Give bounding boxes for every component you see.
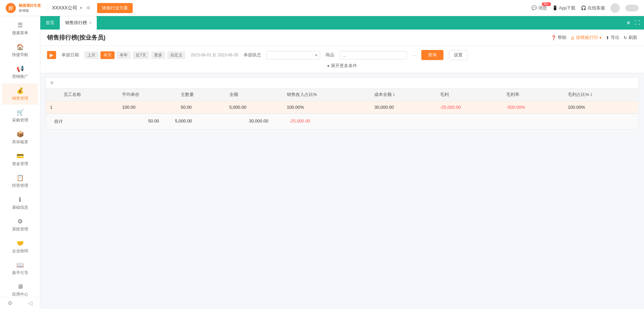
sidebar-item-inventory[interactable]: 📦 库存核算 <box>2 127 38 148</box>
tab-sales-ranking[interactable]: 销售排行榜 × <box>60 16 97 30</box>
divider <box>48 5 48 11</box>
company-name: XXXXX公司 <box>52 5 77 11</box>
cell-qty: 50.00 <box>177 101 225 113</box>
expand-more-filters-button[interactable]: ▾ 展开更多条件 <box>47 63 637 69</box>
footer-label: 合计 <box>50 117 117 126</box>
date-btn-last-month[interactable]: 上月 <box>84 51 98 59</box>
template-print-label: 按模板打印 <box>576 35 598 41</box>
sales-ranking-tab-label: 销售排行榜 <box>65 20 87 26</box>
cell-total: 5,000.00 <box>225 101 283 113</box>
date-btn-custom[interactable]: 自定义 <box>167 51 185 59</box>
sidebar-item-search-label: 搜索菜单 <box>12 30 28 36</box>
cell-sales-pct: 100.00% <box>283 101 371 113</box>
sidebar-settings-icon[interactable]: ⚙ <box>8 300 12 306</box>
filter-area: ▶ 单据日期 上月 本月 本年 近7天 更多 自定义 2023-06-01 至 … <box>40 46 644 73</box>
query-button[interactable]: 查询 <box>421 50 443 60</box>
tab-close-window-icon[interactable]: ✕ <box>626 20 631 26</box>
message-icon: 💬 <box>531 5 537 10</box>
top-bar-right: 💬 消息 99+ 📱 App下载 🎧 在线客服 <box>531 3 639 13</box>
filter-expand-arrow[interactable]: ▶ <box>47 51 56 59</box>
footer-sales-pct <box>205 117 245 126</box>
page-header: 销售排行榜(按业务员) ❓ 帮助 🖨 按模板打印 ▾ ⬆ 导出 <box>40 30 644 46</box>
help-button[interactable]: ❓ 帮助 <box>551 35 566 41</box>
help-icon: ❓ <box>551 35 556 40</box>
sidebar-item-operations[interactable]: 📋 经营管理 <box>2 171 38 192</box>
export-icon: ⬆ <box>606 35 609 40</box>
status-select[interactable] <box>266 51 320 59</box>
cell-cost: 30,000.00 <box>370 101 436 113</box>
goods-more-icon[interactable]: ··· <box>412 53 416 58</box>
online-service-label: 在线客服 <box>588 5 605 11</box>
template-print-button[interactable]: 🖨 按模板打印 ▾ <box>570 35 602 41</box>
tab-close-icon[interactable]: × <box>89 20 91 25</box>
message-button[interactable]: 💬 消息 99+ <box>531 5 547 11</box>
refresh-button[interactable]: ↻ 刷新 <box>624 35 637 41</box>
tab-home[interactable]: 首页 <box>40 16 60 30</box>
avatar[interactable] <box>610 3 620 13</box>
th-profit-pct: 毛利占比% ℹ <box>564 88 638 101</box>
sidebar-item-marketing-label: 营销推广 <box>12 74 28 80</box>
sidebar-item-sales-label: 销售管理 <box>12 96 28 101</box>
sidebar-item-guide[interactable]: 📖 新手引导 <box>2 258 38 279</box>
sidebar-item-enterprise[interactable]: 🤝 企业协同 <box>2 236 38 257</box>
th-profit-rate: 毛利率 <box>502 88 564 101</box>
sidebar-item-search[interactable]: ☰ 搜索菜单 <box>2 18 38 39</box>
sidebar-collapse-icon[interactable]: ◁ <box>28 300 32 306</box>
purchase-icon: 🛒 <box>16 109 24 116</box>
settings-button[interactable]: 设置 <box>449 50 468 60</box>
trial-button[interactable]: 体验行业方案 <box>97 3 133 13</box>
refresh-icon: ↻ <box>624 35 627 40</box>
company-settings-icon[interactable]: ⚙ <box>86 5 90 10</box>
date-btn-this-month[interactable]: 本月 <box>100 51 115 59</box>
sidebar-item-quick-nav[interactable]: 🏠 快捷导航 <box>2 40 38 61</box>
company-dropdown-icon[interactable]: ▾ <box>80 5 82 10</box>
date-btn-this-year[interactable]: 本年 <box>117 51 131 59</box>
main-layout: ☰ 搜索菜单 🏠 快捷导航 📢 营销推广 💰 销售管理 🛒 采购管理 📦 <box>0 16 644 309</box>
date-btn-7days[interactable]: 近7天 <box>133 51 149 59</box>
sidebar-item-finance-label: 资金管理 <box>12 161 28 167</box>
export-button[interactable]: ⬆ 导出 <box>606 35 619 41</box>
home-tab-label: 首页 <box>46 20 54 26</box>
home-icon: 🏠 <box>16 43 24 51</box>
table-row: 1 100.00 50.00 5,000.00 100.00% 30,000.0… <box>46 101 638 113</box>
profit-pct-info-icon[interactable]: ℹ <box>591 92 592 97</box>
sidebar-item-system[interactable]: ⚙ 系统管理 <box>2 214 38 236</box>
tab-expand-icon[interactable]: ⛶ <box>635 20 640 26</box>
table-settings-icon[interactable]: ⚙ <box>50 81 54 85</box>
sidebar-item-appstore-label: 应用中心 <box>12 292 28 297</box>
sidebar-item-finance[interactable]: 💳 资金管理 <box>2 149 38 170</box>
content-area: 首页 销售排行榜 × ✕ ⛶ 销售排行榜(按业务员) ❓ 帮助 <box>40 16 644 309</box>
sidebar-item-inventory-label: 库存核算 <box>12 139 28 145</box>
sidebar-item-enterprise-label: 企业协同 <box>12 248 28 254</box>
cost-info-icon[interactable]: ℹ <box>393 92 395 97</box>
print-icon: 🖨 <box>570 35 575 40</box>
operations-icon: 📋 <box>16 174 24 182</box>
goods-input[interactable] <box>340 51 407 59</box>
date-btn-more[interactable]: 更多 <box>151 51 165 59</box>
cell-rank: 1 <box>46 101 59 113</box>
help-label: 帮助 <box>558 35 566 41</box>
guide-icon: 📖 <box>16 261 24 269</box>
sidebar-item-purchase[interactable]: 🛒 采购管理 <box>2 105 38 126</box>
refresh-label: 刷新 <box>629 35 637 41</box>
footer-avg-price <box>117 117 144 126</box>
headset-icon: 🎧 <box>581 5 586 10</box>
th-qty: 主数量 <box>177 88 225 101</box>
finance-icon: 💳 <box>16 152 24 160</box>
sidebar-item-appstore[interactable]: 🖥 应用中心 <box>2 280 38 297</box>
footer-profit: -25,000.00 <box>285 117 319 126</box>
search-menu-icon: ☰ <box>17 21 23 29</box>
sidebar-bottom: ⚙ ◁ <box>0 297 40 309</box>
page-title: 销售排行榜(按业务员) <box>47 34 105 46</box>
th-cost: 成本全额 ℹ <box>370 88 436 101</box>
app-download-button[interactable]: 📱 App下载 <box>552 5 575 11</box>
page-content: 销售排行榜(按业务员) ❓ 帮助 🖨 按模板打印 ▾ ⬆ 导出 <box>40 30 644 309</box>
page-header-actions: ❓ 帮助 🖨 按模板打印 ▾ ⬆ 导出 ↻ 刷新 <box>551 35 637 45</box>
footer-total: 5,000.00 <box>171 117 205 126</box>
sidebar-item-basics[interactable]: ℹ 基础信息 <box>2 193 38 214</box>
sidebar-item-sales[interactable]: 💰 销售管理 <box>2 84 38 105</box>
sidebar-item-marketing[interactable]: 📢 营销推广 <box>2 62 38 83</box>
online-service-button[interactable]: 🎧 在线客服 <box>581 5 605 11</box>
svg-text:好: 好 <box>8 5 13 11</box>
cell-avg-price: 100.00 <box>118 101 176 113</box>
